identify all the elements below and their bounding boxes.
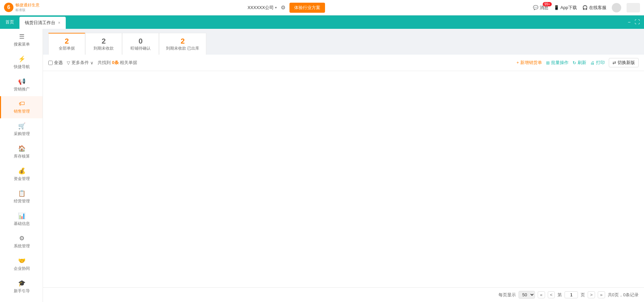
- guide-icon: 🎓: [18, 280, 25, 287]
- sidebar-item-finance[interactable]: 💰 资金管理: [0, 163, 43, 186]
- online-service-button[interactable]: 🎧 在线客服: [582, 5, 606, 11]
- filter-tab-shipped[interactable]: 2 到期未收款 已出库: [159, 33, 206, 55]
- logo-badge: 标准版: [15, 8, 40, 12]
- avatar[interactable]: [612, 3, 621, 12]
- result-count: 0条: [112, 60, 119, 65]
- company-area[interactable]: XXXXXX公司 ▾ ⚙ 体验行业方案: [248, 3, 325, 13]
- search-menu-icon: ☰: [19, 33, 24, 40]
- main-layout: ☰ 搜索菜单 ⚡ 快捷导航 📢 营销推广 🏷 销售管理 🛒 采购管理 🏠 库存核…: [0, 29, 644, 302]
- sidebar-item-system[interactable]: ⚙ 系统管理: [0, 231, 43, 253]
- operations-icon: 📋: [18, 190, 25, 197]
- inventory-icon: 🏠: [18, 145, 25, 152]
- first-page-button[interactable]: «: [538, 291, 545, 298]
- logo-text: 畅捷通好生意: [15, 3, 40, 7]
- chevron-down-icon[interactable]: ▾: [275, 6, 277, 9]
- trial-button[interactable]: 体验行业方案: [289, 3, 325, 13]
- headset-icon: 🎧: [582, 5, 588, 10]
- quick-nav-icon: ⚡: [18, 55, 25, 63]
- page-size-select[interactable]: 50: [519, 291, 535, 299]
- filter-tab-all[interactable]: 2 全部单据: [48, 33, 85, 55]
- sidebar-item-collab[interactable]: 🤝 企业协同: [0, 253, 43, 276]
- tab-active[interactable]: 钱货日清工作台 ×: [19, 17, 66, 29]
- settings-button[interactable]: ⚙: [281, 4, 285, 11]
- prev-page-button[interactable]: <: [548, 291, 555, 298]
- next-page-button[interactable]: >: [588, 291, 595, 298]
- sidebar-item-basics[interactable]: 📊 基础信息: [0, 208, 43, 231]
- top-header: 6 畅捷通好生意 标准版 XXXXXX公司 ▾ ⚙ 体验行业方案 💬 消息 99…: [0, 0, 644, 15]
- filter-tab-shipped-count: 2: [181, 37, 185, 46]
- sidebar-item-operations[interactable]: 📋 经营管理: [0, 186, 43, 208]
- select-all-input[interactable]: [48, 61, 53, 65]
- toolbar-right: + 新增销货单 ⊞ 批量操作 ↻ 刷新 🖨 打印 ⇄ 切换新版: [517, 58, 639, 67]
- sidebar-item-quicknav[interactable]: ⚡ 快捷导航: [0, 51, 43, 74]
- message-button[interactable]: 💬 消息 99+: [533, 5, 548, 11]
- print-button[interactable]: 🖨 打印: [590, 60, 605, 66]
- page-suffix: 页: [581, 292, 585, 298]
- sidebar-item-inventory[interactable]: 🏠 库存核算: [0, 141, 43, 163]
- switch-version-button[interactable]: ⇄ 切换新版: [609, 58, 639, 67]
- select-all-checkbox[interactable]: 全选: [48, 60, 63, 66]
- basics-icon: 📊: [18, 212, 25, 220]
- more-filter-button[interactable]: ▽ 更多条件 ∨: [67, 60, 94, 66]
- sidebar-item-apps[interactable]: 📱 应用中心: [0, 298, 43, 302]
- sidebar-item-marketing[interactable]: 📢 营销推广: [0, 74, 43, 96]
- batch-icon: ⊞: [546, 60, 550, 65]
- company-name: XXXXXX公司: [248, 5, 274, 11]
- filter-icon: ▽: [67, 60, 70, 65]
- filter-tab-all-label: 全部单据: [59, 46, 75, 51]
- app-download-button[interactable]: 📱 App下载: [554, 5, 577, 11]
- filter-tab-overdue-count: 2: [102, 37, 106, 46]
- content-area: 2 全部单据 2 到期未收款 0 旺铺待确认 2 到期未收款 已出库 全选: [43, 29, 644, 302]
- empty-state: [43, 71, 644, 287]
- bell-icon: 💬: [533, 5, 538, 10]
- filter-tab-shipped-label: 到期未收款 已出库: [166, 46, 199, 51]
- logo-icon: 6: [4, 3, 13, 12]
- page-prefix: 第: [557, 292, 562, 298]
- filter-tab-wangpu[interactable]: 0 旺铺待确认: [122, 33, 159, 55]
- total-info: 共0页，0条记录: [608, 292, 639, 298]
- tab-bar-actions: － ⛶: [627, 19, 644, 26]
- sidebar-item-search[interactable]: ☰ 搜索菜单: [0, 29, 43, 51]
- logo-area: 6 畅捷通好生意 标准版: [4, 3, 40, 12]
- print-icon: 🖨: [590, 60, 595, 65]
- sidebar-item-guide[interactable]: 🎓 新手引导: [0, 276, 43, 298]
- filter-tabs: 2 全部单据 2 到期未收款 0 旺铺待确认 2 到期未收款 已出库: [43, 29, 644, 55]
- marketing-icon: 📢: [18, 78, 25, 85]
- switch-icon: ⇄: [612, 60, 616, 65]
- page-size-label: 每页显示: [498, 292, 516, 298]
- finance-icon: 💰: [18, 167, 25, 175]
- sidebar-item-purchase[interactable]: 🛒 采购管理: [0, 118, 43, 141]
- filter-tab-all-count: 2: [65, 37, 69, 46]
- minimize-button[interactable]: －: [627, 19, 632, 26]
- pagination-bar: 每页显示 50 « < 第 页 > » 共0页，0条记录: [43, 287, 644, 302]
- purchase-icon: 🛒: [18, 122, 25, 130]
- sales-icon: 🏷: [19, 100, 25, 107]
- system-icon: ⚙: [19, 235, 24, 242]
- header-right: 💬 消息 99+ 📱 App下载 🎧 在线客服: [533, 3, 640, 12]
- maximize-button[interactable]: ⛶: [635, 19, 640, 25]
- batch-operation-button[interactable]: ⊞ 批量操作: [546, 60, 569, 66]
- tab-close-icon[interactable]: ×: [58, 20, 60, 25]
- filter-tab-overdue[interactable]: 2 到期未收款: [85, 33, 122, 55]
- add-sale-button[interactable]: + 新增销货单: [517, 60, 542, 66]
- tab-bar: 首页 钱货日清工作台 × － ⛶: [0, 15, 644, 29]
- toolbar: 全选 ▽ 更多条件 ∨ 共找到 0条 相关单据 + 新增销货单 ⊞ 批量操作 ↻: [43, 55, 644, 71]
- filter-tab-wangpu-count: 0: [139, 37, 143, 46]
- refresh-button[interactable]: ↻ 刷新: [573, 60, 586, 66]
- collab-icon: 🤝: [18, 257, 25, 264]
- tab-home[interactable]: 首页: [0, 15, 19, 29]
- filter-tab-overdue-label: 到期未收款: [94, 46, 114, 51]
- chevron-down-icon: ∨: [90, 60, 94, 65]
- filter-tab-wangpu-label: 旺铺待确认: [130, 46, 151, 51]
- table-area: [43, 71, 644, 287]
- username-display: [627, 3, 640, 12]
- sidebar: ☰ 搜索菜单 ⚡ 快捷导航 📢 营销推广 🏷 销售管理 🛒 采购管理 🏠 库存核…: [0, 29, 43, 302]
- result-text: 共找到 0条 相关单据: [98, 60, 137, 66]
- page-input[interactable]: [565, 291, 578, 298]
- last-page-button[interactable]: »: [598, 291, 605, 298]
- download-icon: 📱: [554, 5, 559, 10]
- sidebar-item-sales[interactable]: 🏷 销售管理: [0, 96, 43, 118]
- message-badge: 99+: [543, 2, 552, 6]
- refresh-icon: ↻: [573, 60, 576, 65]
